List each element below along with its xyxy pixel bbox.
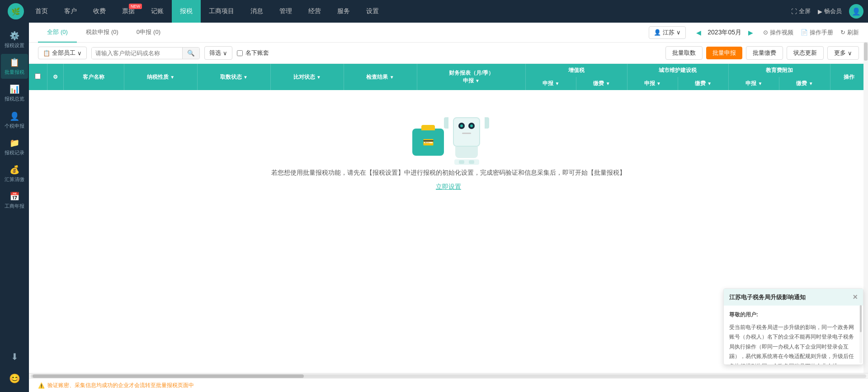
- nav-item-operation[interactable]: 经营: [300, 0, 329, 23]
- nav-item-invoice[interactable]: 票据 NEW: [114, 0, 143, 23]
- top-nav: 🌿 首页 客户 收费 票据 NEW 记账 报税 工商项目 消息 管理 经营 服务…: [0, 0, 868, 23]
- nav-item-bookkeeping[interactable]: 记账: [143, 0, 172, 23]
- tax-overview-icon: 📊: [9, 84, 19, 94]
- sidebar-item-settlement[interactable]: 💰 汇算清缴: [1, 161, 28, 186]
- batch-declare-btn[interactable]: 批量申报: [706, 47, 742, 59]
- tabs-left: 全部 (0) 税款申报 (0) 0申报 (0): [38, 23, 170, 43]
- nav-item-settings[interactable]: 设置: [358, 0, 387, 23]
- setup-link[interactable]: 立即设置: [436, 183, 461, 191]
- vat-declare-filter-icon[interactable]: ▼: [555, 81, 560, 86]
- tab-zero-declaration[interactable]: 0申报 (0): [127, 23, 170, 43]
- sidebar-item-batch-tax[interactable]: 📋 批量报税: [1, 54, 28, 79]
- nav-item-service[interactable]: 服务: [329, 0, 358, 23]
- tab-all[interactable]: 全部 (0): [38, 23, 77, 43]
- nav-item-management[interactable]: 管理: [271, 0, 300, 23]
- employee-icon: 📋: [43, 50, 50, 57]
- city-pay-filter-icon[interactable]: ▼: [707, 81, 712, 86]
- warning-icon: ⚠️: [38, 382, 45, 389]
- video-btn[interactable]: ⊙ 操作视频: [763, 29, 793, 37]
- video-icon: ⊙: [763, 29, 768, 36]
- member-icon: ▶: [818, 8, 822, 15]
- nav-item-home[interactable]: 首页: [27, 0, 56, 23]
- fetch-status-filter-icon[interactable]: ▼: [243, 75, 248, 80]
- empty-state: 💳: [29, 90, 868, 218]
- nav-item-business[interactable]: 工商项目: [201, 0, 242, 23]
- new-badge: NEW: [129, 4, 142, 9]
- nav-item-billing[interactable]: 收费: [85, 0, 114, 23]
- filter-btn[interactable]: 筛选 ∨: [204, 46, 232, 60]
- refresh-btn[interactable]: ↻ 刷新: [840, 29, 859, 37]
- manual-btn[interactable]: 📄 操作手册: [801, 29, 833, 37]
- settlement-icon: 💰: [9, 165, 19, 175]
- province-user-icon: 👤: [654, 29, 661, 36]
- layout: ⚙️ 报税设置 📋 批量报税 📊 报税总览 👤 个税申报 📁 报税记录 💰 汇算…: [0, 23, 868, 392]
- batch-tax-icon: 📋: [9, 57, 19, 67]
- sidebar-item-annual-report[interactable]: 📅 工商年报: [1, 188, 28, 213]
- check-result-filter-icon[interactable]: ▼: [390, 75, 394, 80]
- tab-all-count: (0): [61, 29, 68, 35]
- member-btn[interactable]: ▶ 畅会员: [818, 7, 842, 15]
- tax-type-filter-icon[interactable]: ▼: [170, 75, 175, 80]
- v-scroll-thumb[interactable]: [860, 305, 862, 332]
- h-scroll-area[interactable]: [29, 373, 868, 378]
- v-scroll-indicator[interactable]: [859, 305, 862, 363]
- sidebar-item-personal-tax[interactable]: 👤 个税申报: [1, 108, 28, 133]
- sidebar: ⚙️ 报税设置 📋 批量报税 📊 报税总览 👤 个税申报 📁 报税记录 💰 汇算…: [0, 23, 29, 392]
- month-nav: ◀ 2023年05月 ▶: [693, 27, 756, 38]
- tabs-row: 全部 (0) 税款申报 (0) 0申报 (0) 👤 江苏 ∨: [29, 23, 868, 43]
- next-month-btn[interactable]: ▶: [745, 27, 756, 38]
- fullscreen-icon: ⛶: [791, 8, 797, 15]
- employee-select[interactable]: 📋 全部员工 ∨: [38, 47, 87, 59]
- fullscreen-btn[interactable]: ⛶ 全屏: [791, 7, 811, 15]
- tab-tax-declaration[interactable]: 税款申报 (0): [77, 23, 127, 43]
- sidebar-item-tax-record[interactable]: 📁 报税记录: [1, 134, 28, 159]
- edu-declare-filter-icon[interactable]: ▼: [758, 81, 763, 86]
- tax-record-icon: 📁: [9, 138, 19, 148]
- filter-row: 📋 全部员工 ∨ 🔍 筛选 ∨ 名下账套 批量取数 批量申报 批量缴费 状: [29, 43, 868, 64]
- checkbox-label[interactable]: 名下账套: [237, 49, 269, 57]
- nav-item-customer[interactable]: 客户: [56, 0, 85, 23]
- h-scroll-thumb[interactable]: [33, 374, 304, 378]
- more-btn[interactable]: 更多 ∨: [827, 46, 859, 60]
- compare-status-filter-icon[interactable]: ▼: [316, 75, 321, 80]
- employee-chevron-icon: ∨: [77, 50, 82, 57]
- empty-state-text: 若您想使用批量报税功能，请先在【报税设置】中进行报税的初始化设置，完成密码验证和…: [271, 167, 626, 178]
- robot-illustration: 💳: [412, 117, 485, 158]
- manual-icon: 📄: [801, 29, 808, 36]
- search-input[interactable]: [92, 48, 182, 59]
- gear-icon[interactable]: ⚙: [53, 74, 58, 80]
- sidebar-download[interactable]: ⬇: [5, 348, 24, 366]
- city-declare-filter-icon[interactable]: ▼: [656, 81, 661, 86]
- sidebar-item-tax-overview[interactable]: 📊 报税总览: [1, 81, 28, 105]
- province-chevron-icon: ∨: [676, 29, 681, 36]
- status-bar: ⚠️ 验证账密、采集信息均成功的企业才会流转至批量报税页面中: [29, 378, 868, 392]
- month-province-row: 👤 江苏 ∨ ◀ 2023年05月 ▶ ⊙ 操作视频 📄 操作: [649, 26, 859, 39]
- status-update-btn[interactable]: 状态更新: [787, 46, 824, 60]
- nav-item-message[interactable]: 消息: [242, 0, 271, 23]
- batch-fetch-btn[interactable]: 批量取数: [665, 46, 703, 60]
- batch-pay-btn[interactable]: 批量缴费: [746, 46, 783, 60]
- province-selector[interactable]: 👤 江苏 ∨: [649, 26, 686, 39]
- nav-item-tax[interactable]: 报税: [172, 0, 201, 23]
- vat-pay-filter-icon[interactable]: ▼: [606, 81, 610, 86]
- table-select-all-checkbox[interactable]: [35, 73, 41, 79]
- avatar[interactable]: 👤: [849, 4, 863, 19]
- account-checkbox[interactable]: [237, 50, 243, 56]
- tab-tax-count: (0): [111, 29, 118, 35]
- main-v-scrollbar[interactable]: [863, 43, 868, 373]
- h-scroll-track[interactable]: [31, 374, 866, 378]
- sidebar-user[interactable]: 😊: [5, 369, 24, 387]
- logo: 🌿: [5, 0, 27, 23]
- fin-declare-filter-icon[interactable]: ▼: [475, 78, 480, 83]
- search-input-wrap: 🔍: [91, 47, 200, 59]
- data-table: ⚙ 客户名称 纳税性质 ▼ 取数状态 ▼ 比对状态: [29, 64, 868, 218]
- notification-close-btn[interactable]: ×: [853, 292, 858, 302]
- prev-month-btn[interactable]: ◀: [693, 27, 704, 38]
- search-btn[interactable]: 🔍: [182, 48, 199, 59]
- personal-tax-icon: 👤: [9, 111, 19, 121]
- edu-pay-filter-icon[interactable]: ▼: [809, 81, 813, 86]
- month-text: 2023年05月: [708, 29, 741, 37]
- main-v-scroll-thumb[interactable]: [864, 43, 868, 61]
- nav-items: 首页 客户 收费 票据 NEW 记账 报税 工商项目 消息 管理 经营 服务 设…: [27, 0, 791, 23]
- sidebar-item-tax-settings[interactable]: ⚙️ 报税设置: [1, 27, 28, 52]
